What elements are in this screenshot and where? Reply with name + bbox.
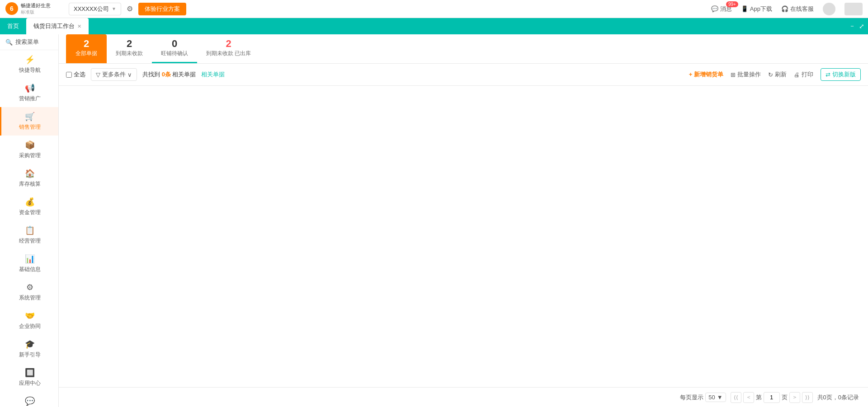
filter-tab-overdue-shipped-count: 2 (226, 39, 231, 49)
logo-name: 畅捷通好生意 (21, 2, 51, 9)
message-icon: 💬 (711, 5, 718, 12)
next-page-button[interactable]: ＞ (789, 392, 800, 403)
sidebar-item-marketing[interactable]: 📢 营销推广 (0, 79, 58, 107)
toolbar-left: 全选 ▽ 更多条件 ∨ 共找到 0条 相关单据 相关单据 (66, 68, 684, 81)
select-all-label: 全选 (74, 70, 85, 79)
table-area (59, 86, 868, 387)
filter-tab-all[interactable]: 2 全部单据 (66, 34, 107, 63)
first-page-button[interactable]: ⟨⟨ (731, 392, 741, 403)
page-size-arrow: ▼ (717, 394, 723, 401)
sidebar-search[interactable]: 🔍 搜索菜单 (0, 34, 58, 50)
sidebar-item-system[interactable]: ⚙ 系统管理 (0, 278, 58, 306)
basic-info-icon: 📊 (25, 254, 35, 264)
app-download-action[interactable]: 📱 App下载 (741, 5, 772, 13)
print-label: 打印 (802, 70, 813, 79)
message-badge: 99+ (726, 1, 738, 7)
sidebar-item-app-center[interactable]: 🔲 应用中心 (0, 363, 58, 392)
cooperation-icon: 🤝 (25, 311, 35, 321)
operations-label: 经营管理 (19, 237, 41, 245)
filter-tab-overdue-count: 2 (127, 39, 132, 49)
sidebar-item-purchase[interactable]: 📦 采购管理 (0, 136, 58, 164)
select-all-checkbox[interactable]: 全选 (66, 70, 85, 79)
app-center-icon: 🔲 (25, 368, 35, 378)
refresh-icon: ↻ (768, 71, 773, 78)
nav-tab-actions: － ⤢ (849, 22, 868, 30)
page-size-label: 每页显示 (680, 393, 703, 402)
user-name-area[interactable] (844, 3, 863, 15)
main-layout: 🔍 搜索菜单 ⚡ 快捷导航 📢 营销推广 🛒 销售管理 📦 采购管理 🏠 库存核… (0, 34, 868, 407)
last-page-button[interactable]: ⟩⟩ (802, 392, 813, 403)
message-action[interactable]: 💬 消息 99+ (711, 5, 732, 13)
switch-icon: ⇄ (826, 71, 830, 78)
sidebar-item-basic-info[interactable]: 📊 基础信息 (0, 249, 58, 278)
refresh-label: 刷新 (775, 70, 787, 79)
tab-home[interactable]: 首页 (0, 18, 26, 34)
search-label: 搜索菜单 (15, 38, 39, 46)
print-button[interactable]: 🖨 打印 (794, 70, 813, 79)
new-order-button[interactable]: + 新增销货单 (689, 70, 723, 79)
filter-tab-overdue-shipped-label: 到期未收款 已出库 (206, 50, 251, 57)
app-download-label: App下载 (750, 5, 772, 13)
nav-tabs: 首页 钱货日清工作台 ✕ － ⤢ (0, 18, 868, 34)
sidebar-item-sales[interactable]: 🛒 销售管理 (0, 107, 58, 136)
sidebar-item-shortcut[interactable]: ⚡ 快捷导航 (0, 50, 58, 79)
switch-label: 切换新版 (832, 70, 856, 79)
finance-icon: 💰 (25, 197, 35, 207)
related-link[interactable]: 相关单据 (201, 70, 225, 79)
cooperation-label: 企业协同 (19, 323, 41, 330)
total-records: 共0页，0条记录 (817, 393, 859, 402)
refresh-button[interactable]: ↻ 刷新 (768, 70, 787, 79)
filter-tab-overdue-shipped[interactable]: 2 到期未收款 已出库 (197, 34, 260, 63)
page-label: 第 (756, 393, 762, 402)
logo-badge: 标准版 (21, 9, 51, 15)
settings-icon[interactable]: ⚙ (125, 3, 135, 15)
batch-operation-button[interactable]: ⊞ 批量操作 (731, 70, 761, 79)
sidebar-item-inventory[interactable]: 🏠 库存核算 (0, 164, 58, 192)
toolbar: 全选 ▽ 更多条件 ∨ 共找到 0条 相关单据 相关单据 + 新增销货单 ⊞ (59, 64, 868, 86)
experience-button[interactable]: 体验行业方案 (138, 3, 186, 15)
sidebar-item-operations[interactable]: 📋 经营管理 (0, 221, 58, 249)
finance-label: 资金管理 (19, 209, 41, 216)
page-size-value: 50 (708, 394, 715, 401)
filter-tab-pending[interactable]: 0 旺铺待确认 (152, 34, 197, 63)
toolbar-right: + 新增销货单 ⊞ 批量操作 ↻ 刷新 🖨 打印 ⇄ 切换新版 (689, 68, 861, 81)
filter-tab-all-count: 2 (84, 39, 89, 49)
guide-label: 新手引导 (19, 351, 41, 359)
tab-expand-icon[interactable]: ⤢ (859, 23, 864, 30)
tab-minimize-icon[interactable]: － (849, 22, 855, 30)
page-suffix: 页 (782, 393, 788, 402)
more-filter-button[interactable]: ▽ 更多条件 ∨ (91, 68, 137, 81)
select-all-input[interactable] (66, 72, 72, 78)
search-icon: 🔍 (5, 39, 13, 46)
filter-tab-pending-count: 0 (172, 39, 177, 49)
page-size-dropdown[interactable]: 50 ▼ (705, 393, 726, 402)
operations-icon: 📋 (25, 225, 35, 235)
sidebar: 🔍 搜索菜单 ⚡ 快捷导航 📢 营销推广 🛒 销售管理 📦 采购管理 🏠 库存核… (0, 34, 59, 407)
logo-area: 6 畅捷通好生意 标准版 (5, 2, 64, 15)
content-area: 2 全部单据 2 到期未收款 0 旺铺待确认 2 到期未收款 已出库 全选 (59, 34, 868, 407)
tab-qianhuoriqing[interactable]: 钱货日清工作台 ✕ (26, 18, 89, 34)
company-selector[interactable]: XXXXXX公司 ▼ (69, 3, 121, 15)
filter-label: 更多条件 (102, 70, 126, 79)
guide-icon: 🎓 (25, 339, 35, 349)
filter-dropdown-icon: ∨ (127, 71, 132, 78)
sidebar-item-cooperation[interactable]: 🤝 企业协同 (0, 306, 58, 335)
filter-tab-overdue[interactable]: 2 到期未收款 (107, 34, 152, 63)
sales-icon: 🛒 (25, 112, 35, 122)
app-download-icon: 📱 (741, 5, 748, 12)
inventory-icon: 🏠 (25, 168, 35, 178)
sidebar-item-finance[interactable]: 💰 资金管理 (0, 192, 58, 221)
system-label: 系统管理 (19, 294, 41, 302)
switch-version-button[interactable]: ⇄ 切换新版 (821, 68, 861, 81)
app-center-label: 应用中心 (19, 379, 41, 387)
avatar[interactable] (823, 3, 835, 15)
tab-close-icon[interactable]: ✕ (77, 23, 81, 29)
prev-page-button[interactable]: ＜ (743, 392, 754, 403)
online-service-label: 在线客服 (790, 5, 814, 13)
shortcut-icon: ⚡ (25, 55, 35, 65)
online-service-action[interactable]: 🎧 在线客服 (781, 5, 814, 13)
page-number-input[interactable] (764, 392, 780, 403)
sidebar-item-wechat[interactable]: 💬 企业微信 (0, 392, 58, 407)
sidebar-item-guide[interactable]: 🎓 新手引导 (0, 335, 58, 363)
print-icon: 🖨 (794, 71, 800, 78)
